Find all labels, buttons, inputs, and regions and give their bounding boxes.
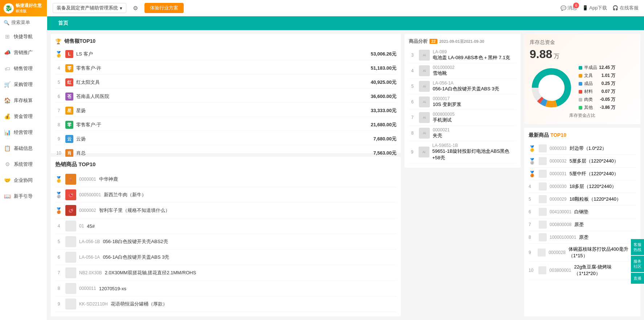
customer-name: 苍南县人民医院 [76, 93, 368, 100]
analysis-badge: 22 [429, 39, 437, 44]
app-download-button[interactable]: 📱 App下载 [582, 5, 607, 11]
online-service-button[interactable]: 🎧 在线客服 [612, 5, 639, 11]
product-name: 18颗粒板（1220*2440） [570, 196, 621, 202]
sidebar-item-inventory[interactable]: 🏠 库存核算 [0, 93, 47, 108]
product-code: 0000032 [550, 159, 567, 164]
customer-amount: 53,006.26元 [371, 51, 396, 57]
settings-button[interactable]: ⚙ [130, 3, 141, 13]
medal-icon: 🥇 [529, 145, 536, 152]
rank-number: 9 [55, 301, 62, 307]
product-image [65, 252, 76, 263]
product-code: 10000100001 [550, 235, 576, 240]
rank-number: 10 [55, 151, 62, 156]
list-item: 7 000800008 原垄 [529, 218, 636, 231]
table-row: 8 零 零售客户-于 21,680.00元 [55, 119, 396, 131]
sidebar-item-system[interactable]: ⚙ 系统管理 [0, 156, 47, 172]
product-code: 0000017 [433, 96, 461, 101]
product-image [539, 208, 547, 216]
right-panel: 库存总资金 9.88 万 [524, 34, 640, 316]
inventory-ratio-label: 库存资金占比 [530, 112, 635, 119]
legend-color-dot [579, 106, 582, 110]
list-item: 8 10000100001 原垄 [529, 231, 636, 244]
sidebar-item-label: 经营管理 [14, 129, 33, 136]
product-code: 004100001 [550, 209, 571, 214]
table-row: 4 零 零售客户-许 51,183.00元 [55, 62, 396, 74]
trial-button[interactable]: 体验行业方案 [144, 3, 184, 13]
product-analysis-card: 商品分析 22 2021-09-01至2021-09-30 3 Ai LA-08… [404, 34, 521, 168]
sidebar-item-finance[interactable]: 💰 资金管理 [0, 108, 47, 124]
customers-rank-list: 🥇 L LS 客户 53,006.26元 4 零 零售客户-许 51,183.0… [55, 48, 396, 159]
hot-products-title: 热销商品 TOP10 [55, 161, 396, 168]
product-image [65, 267, 76, 278]
community-button[interactable]: 服务社区 [631, 256, 644, 272]
product-name: 10S 变刺罗浆 [433, 101, 461, 108]
rank-number: 8 [529, 235, 536, 240]
product-image [65, 236, 76, 247]
legend-color-dot [579, 90, 582, 94]
sidebar-item-operation[interactable]: 📊 经营管理 [0, 124, 47, 140]
customer-name: 星扬 [76, 107, 368, 114]
svg-point-5 [538, 75, 564, 101]
message-button[interactable]: 💬 6 消息 [561, 5, 577, 11]
list-item: 9 KK-SD22110H 花语萌恒温分罐桶（厚款） [55, 296, 396, 312]
hot-products-section: 热销商品 TOP10 🥇 🦌 0000001 中华神鹿 🥈 🥩 00050000… [51, 157, 401, 316]
product-name: 新西兰牛肉（新牛） [104, 192, 146, 198]
product-image: 🥩 [65, 205, 76, 216]
list-item: 10 003800001 22g鱼豆腐-烧烤味（1*12*20） [529, 262, 636, 279]
customer-name: 零售客户-于 [76, 122, 368, 128]
sidebar-item-marketing[interactable]: 📣 营销推广 [0, 45, 47, 61]
product-code: 0000028 [549, 250, 566, 255]
sidebar-item-purchase[interactable]: 🛒 采购管理 [0, 77, 47, 93]
sidebar-item-coop[interactable]: 🤝 企业协同 [0, 172, 47, 188]
list-item: 🥈 🥩 000500001 新西兰牛肉（新牛） [55, 187, 396, 203]
product-code: 01 [79, 223, 84, 229]
mid-products-list: 3 Ai LA-089 电池盖 LA-089 ABS本色＋黑种 7.1克 4 A… [409, 48, 516, 163]
right-floating-buttons: 客服热线 服务社区 直播 [631, 239, 644, 284]
product-name: 原垄 [579, 234, 588, 241]
product-code: LA-056-1A [433, 81, 499, 86]
list-item: 6 LA-056-1A 056-1A白色按键开关盖ABS 3壳 [55, 250, 396, 265]
legend-value: -3.86 万 [600, 104, 616, 111]
customer-service-button[interactable]: 客服热线 [631, 239, 644, 255]
avatar: 零 [65, 121, 73, 129]
sidebar-item-quick[interactable]: ⊞ 快捷导航 [0, 29, 47, 45]
product-image: 🦌 [65, 174, 76, 185]
sidebar-item-label: 快捷导航 [14, 33, 33, 40]
sidebar-item-guide[interactable]: 📖 新手引导 [0, 188, 47, 204]
rank-number: 5 [529, 197, 536, 202]
product-code: 000500001 [79, 192, 101, 197]
product-code: LA-59651-1B [432, 143, 516, 148]
sidebar-item-label: 企业协同 [14, 177, 33, 184]
product-image [65, 299, 76, 309]
table-row: 5 红 红太阳文具 40,925.00元 [55, 77, 396, 89]
list-item: 🥇 🦌 0000001 中华神鹿 [55, 172, 396, 187]
sidebar-item-sales[interactable]: 🏷 销售管理 [0, 61, 47, 77]
rank-number: 4 [55, 66, 62, 71]
sidebar: 🐉 畅捷通好生意 标准版 🔍 搜索菜单 ⊞ 快捷导航 📣 营销推广 🏷 销售管理… [0, 0, 47, 320]
rank-number: 7 [55, 108, 62, 113]
donut-chart [530, 66, 573, 110]
medal-icon: 🥈 [529, 158, 536, 165]
product-name: 59651-1B旋转投影灯电池盒ABS黑色+58壳 [432, 148, 516, 161]
tab-home[interactable]: 首页 [53, 16, 74, 30]
product-name: 22g鱼豆腐-烧烤味（1*12*20） [574, 264, 636, 277]
product-name: 18多层（1220*2440） [570, 183, 616, 190]
live-button[interactable]: 直播 [631, 273, 644, 284]
sidebar-item-basic[interactable]: 📋 基础信息 [0, 140, 47, 156]
inventory-amount: 9.88 [530, 48, 552, 61]
rank-number: 4 [409, 68, 416, 73]
donut-chart-container: 半成品 12.45 万 文具 1.01 万 成品 0.25 万 [530, 65, 635, 111]
table-row: 6 苍 苍南县人民医院 36,600.00元 [55, 91, 396, 103]
list-item: 7 Ai 000800005 手机测试 [409, 110, 516, 126]
product-image: Ai [419, 128, 430, 139]
product-image [539, 233, 547, 241]
product-name: 智利车子里（规格不知道填什么） [99, 207, 170, 214]
system-selector[interactable]: 装备及固定资产辅助管理系统 ▾ [53, 3, 126, 13]
rank-number: 7 [55, 270, 62, 275]
customer-amount: 7,680.00元 [373, 136, 396, 142]
rank-number: 4 [55, 223, 62, 229]
product-name: 原垄 [574, 221, 584, 228]
search-menu[interactable]: 🔍 搜索菜单 [0, 16, 47, 29]
logo-text2: 标准版 [16, 9, 42, 14]
customer-amount: 40,925.00元 [371, 79, 396, 86]
